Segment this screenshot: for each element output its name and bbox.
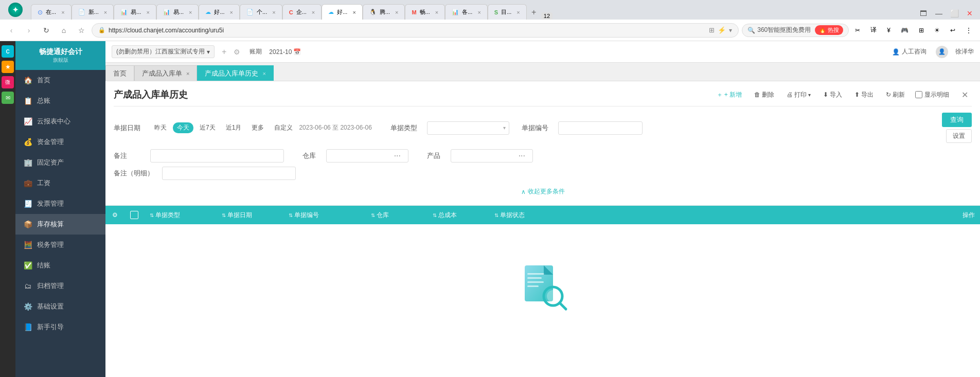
page-tab-history-close[interactable]: ×: [262, 70, 265, 77]
tab-xin[interactable]: 📄 新... ×: [72, 4, 114, 20]
back-button[interactable]: ‹: [4, 23, 19, 38]
sidebar-item-fund[interactable]: 💰 资金管理: [15, 132, 105, 152]
tab-yi2[interactable]: 📊 易... ×: [156, 4, 199, 20]
table-col-settings[interactable]: ⚙: [105, 211, 124, 219]
maximize-button[interactable]: ⬜: [948, 7, 960, 20]
page-tab-list[interactable]: 产成品入库单 ×: [134, 65, 197, 81]
game-tool[interactable]: 🎮: [897, 24, 913, 37]
page-close-button[interactable]: ✕: [957, 87, 972, 102]
refresh-btn[interactable]: ↻ 刷新: [882, 88, 909, 101]
lightning-icon[interactable]: ⚡: [718, 26, 726, 34]
sidebar-item-invoice[interactable]: 🧾 发票管理: [15, 193, 105, 214]
sidebar-item-asset[interactable]: 🏢 固定资产: [15, 152, 105, 173]
tab-qi[interactable]: C 企... ×: [282, 4, 322, 20]
user-service-button[interactable]: 👤 人工咨询: [892, 47, 926, 56]
url-dropdown-icon[interactable]: ▾: [729, 27, 732, 34]
print-dropdown[interactable]: ▾: [808, 92, 811, 98]
import-button[interactable]: ⬇ 导入: [819, 88, 846, 101]
apps-icon[interactable]: ⊞: [709, 26, 715, 34]
date-btn-today[interactable]: 今天: [173, 122, 193, 133]
grid-tool[interactable]: ⊞: [915, 24, 928, 37]
sidebar-item-payroll[interactable]: 💼 工资: [15, 173, 105, 193]
select-all-checkbox[interactable]: [130, 211, 138, 219]
sidebar-item-settings[interactable]: ⚙️ 基础设置: [15, 296, 105, 317]
tab-count-badge[interactable]: 12: [541, 12, 553, 20]
hot-badge[interactable]: 🔥 热搜: [815, 25, 843, 35]
tab-hao2[interactable]: ☁ 好... ×: [322, 4, 363, 20]
print-button[interactable]: 🖨 打印 ▾: [782, 88, 815, 101]
forward-button[interactable]: ›: [22, 23, 36, 38]
date-btn-custom[interactable]: 自定义: [270, 122, 297, 133]
product-selector[interactable]: ···: [451, 149, 533, 163]
tab-yi1[interactable]: 📊 易... ×: [114, 4, 156, 20]
page-tab-list-close[interactable]: ×: [186, 70, 189, 77]
date-btn-7days[interactable]: 近7天: [195, 122, 220, 133]
app-icon-weibo[interactable]: 微: [2, 76, 14, 88]
table-col-docnumber[interactable]: ⇅ 单据编号: [283, 211, 366, 220]
refresh-button[interactable]: ↻: [39, 23, 54, 38]
add-company-button[interactable]: +: [220, 47, 228, 57]
yuan-tool[interactable]: ¥: [883, 24, 895, 37]
query-button[interactable]: 查询: [942, 113, 972, 127]
sidebar-item-ledger[interactable]: 📋 总账: [15, 91, 105, 111]
page-tab-history[interactable]: 产成品入库单历史 ×: [197, 65, 273, 81]
export-button[interactable]: ⬆ 导出: [850, 88, 878, 101]
warehouse-selector[interactable]: ···: [326, 149, 408, 163]
translate-tool[interactable]: 译: [866, 24, 881, 37]
tab-teng[interactable]: 🐧 腾... ×: [363, 4, 405, 20]
user-avatar[interactable]: 👤: [936, 46, 948, 58]
table-col-cost[interactable]: ⇅ 总成本: [427, 211, 489, 220]
more-tool[interactable]: ⋮: [961, 24, 976, 37]
sidebar-item-closing[interactable]: ✅ 结账: [15, 255, 105, 276]
browser-logo[interactable]: ✦: [8, 3, 23, 17]
tab-ge[interactable]: 📄 个... ×: [240, 4, 282, 20]
add-button[interactable]: ＋ + 新增: [712, 88, 746, 101]
table-col-docdate[interactable]: ⇅ 单据日期: [217, 211, 283, 220]
url-bar[interactable]: 🔒 https://cloud.chanjet.com/accounting/u…: [92, 23, 739, 38]
restore-button[interactable]: 🗖: [917, 7, 930, 20]
remark-detail-input[interactable]: [162, 167, 296, 180]
doc-type-selector[interactable]: ▾: [427, 121, 509, 135]
date-btn-1month[interactable]: 近1月: [222, 122, 246, 133]
minimize-button[interactable]: —: [933, 7, 945, 20]
company-settings-button[interactable]: ⚙: [234, 48, 240, 56]
home-button[interactable]: ⌂: [57, 23, 71, 38]
bookmark-button[interactable]: ☆: [74, 23, 88, 38]
tab-mu[interactable]: S 目... ×: [488, 4, 527, 20]
doc-number-input[interactable]: [558, 121, 643, 135]
theme-tool[interactable]: ☀: [930, 24, 944, 37]
sidebar-item-guide[interactable]: 📘 新手引导: [15, 317, 105, 337]
delete-button[interactable]: 🗑 删除: [750, 88, 778, 101]
app-icon-email[interactable]: ✉: [2, 92, 14, 104]
sidebar-item-tax[interactable]: 🧮 税务管理: [15, 235, 105, 255]
table-col-checkbox[interactable]: [124, 211, 145, 219]
tab-zai[interactable]: ⊙ 在... ×: [31, 4, 72, 20]
product-dots[interactable]: ···: [514, 151, 529, 160]
period-value[interactable]: 2021-10 📅: [269, 48, 301, 56]
tab-chang[interactable]: M 畅... ×: [405, 4, 445, 20]
table-col-warehouse[interactable]: ⇅ 仓库: [366, 211, 427, 220]
sidebar-item-report[interactable]: 📈 云报表中心: [15, 111, 105, 132]
collapse-button[interactable]: ∧ 收起更多条件: [114, 184, 972, 199]
sidebar-item-home[interactable]: 🏠 首页: [15, 70, 105, 91]
tab-hao1[interactable]: ☁ 好... ×: [199, 4, 240, 20]
page-tab-home[interactable]: 首页: [105, 65, 134, 81]
tab-add-button[interactable]: +: [527, 5, 541, 20]
sidebar-item-inventory[interactable]: 📦 库存核算: [15, 214, 105, 235]
close-browser-button[interactable]: ✕: [964, 7, 976, 20]
date-btn-more[interactable]: 更多: [247, 122, 268, 133]
search-bar[interactable]: 🔍 360智能抠图免费用 🔥 热搜: [742, 24, 849, 37]
app-icon-star[interactable]: ★: [2, 61, 14, 73]
app-icon-chanjet[interactable]: C: [2, 45, 14, 58]
company-selector[interactable]: (勿删勿禁用）江西服宝测试专用 ▾: [112, 45, 215, 58]
warehouse-dots[interactable]: ···: [390, 151, 405, 160]
scissors-tool[interactable]: ✂: [851, 24, 864, 37]
table-col-status[interactable]: ⇅ 单据状态: [489, 211, 551, 220]
date-btn-yesterday[interactable]: 昨天: [150, 122, 171, 133]
remark-input[interactable]: [150, 149, 284, 163]
tab-ge2[interactable]: 📊 各... ×: [445, 4, 488, 20]
sidebar-item-archive[interactable]: 🗂 归档管理: [15, 276, 105, 296]
table-col-doctype[interactable]: ⇅ 单据类型: [145, 211, 217, 220]
filter-settings-button[interactable]: 设置: [946, 129, 972, 143]
display-detail-checkbox[interactable]: [915, 91, 922, 98]
